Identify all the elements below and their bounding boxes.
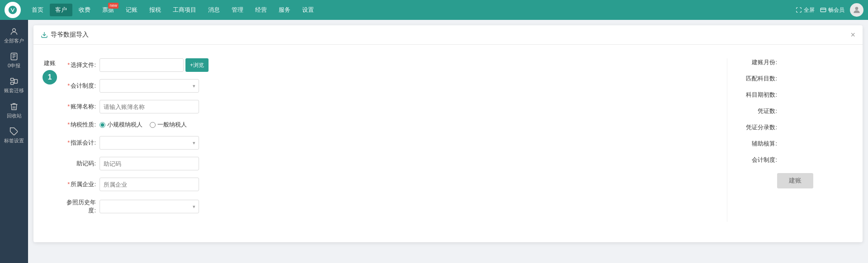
match-subjects-label: 匹配科目数: [736,75,777,83]
sidebar-label-transfer: 账套迁移 [4,88,24,94]
svg-rect-6 [14,80,18,83]
content-area: 导爷数据导入 × 建账 1 [28,20,868,263]
history-year-row: 参照历史年度: [64,198,718,215]
accountant-label: *指派会计: [64,139,96,147]
ledger-name-row: *账簿名称: [64,100,718,113]
file-label: *选择文件: [64,61,96,69]
nav-services[interactable]: 服务 [273,4,296,16]
accounting-system-row: *会计制度: [64,79,718,93]
sidebar-label-declare: 0申报 [8,63,20,69]
nav-items: 首页 客户 收费 票据 new 记账 报税 工商项目 消息 管理 经营 服务 设… [26,4,796,16]
file-input-group: +浏览 [100,58,199,72]
nav-home[interactable]: 首页 [26,4,49,16]
sidebar-label-all-clients: 全部客户 [4,38,24,44]
new-badge: new [108,3,119,9]
form-area: *选择文件: +浏览 *会计制度: [64,58,718,222]
tax-nature-row: *纳税性质: 小规模纳税人 一般纳税人 [64,121,718,129]
step-label: 建账 [44,59,56,67]
svg-rect-5 [11,82,14,85]
accounting-system-info-label: 会计制度: [736,156,777,164]
ledger-name-input[interactable] [100,100,199,113]
tax-nature-label: *纳税性质: [64,121,96,129]
sidebar-label-recycle: 回收站 [7,113,22,119]
svg-point-1 [855,7,859,10]
nav-tax[interactable]: 报税 [144,4,166,16]
ledger-name-control [100,100,199,113]
ledger-name-label: *账簿名称: [64,103,96,111]
initial-label: 科目期初数: [736,91,777,99]
company-control [100,178,199,191]
accounting-system-label: *会计制度: [64,82,96,90]
nav-messages[interactable]: 消息 [203,4,225,16]
app-logo[interactable] [5,2,21,18]
memo-input[interactable] [100,157,199,170]
accountant-select[interactable] [100,136,199,150]
nav-right: 全屏 畅会员 [796,3,863,17]
nav-business[interactable]: 工商项目 [167,4,202,16]
month-info-label: 建账月份: [736,58,777,66]
accountant-select-wrapper [100,136,199,150]
tax-general-radio-label[interactable]: 一般纳税人 [150,121,187,129]
voucher-label: 凭证数: [736,107,777,115]
tax-general-radio[interactable] [150,122,156,128]
auxiliary-label: 辅助核算: [736,140,777,148]
sidebar: 全部客户 0申报 账套迁移 回收站 [0,20,28,263]
initial-info-row: 科目期初数: [736,91,854,99]
month-info-row: 建账月份: [736,58,854,66]
memo-row: 助记码: [64,157,718,170]
tax-small-radio[interactable] [100,122,105,128]
step-section: 建账 1 [43,58,57,85]
nav-fees[interactable]: 收费 [73,4,96,16]
svg-rect-4 [11,79,14,81]
create-account-button[interactable]: 建账 [777,173,813,188]
nav-clients[interactable]: 客户 [50,4,72,16]
file-input[interactable] [100,58,184,72]
voucher-entries-info-row: 凭证分录数: [736,123,854,132]
dialog-title: 导爷数据导入 [51,31,89,39]
member-button[interactable]: 畅会员 [820,6,844,14]
sidebar-item-recycle[interactable]: 回收站 [0,99,28,122]
import-icon [41,31,48,38]
browse-button[interactable]: +浏览 [185,58,209,72]
close-button[interactable]: × [850,31,855,39]
match-subjects-info-row: 匹配科目数: [736,75,854,83]
step-circle: 1 [43,70,57,85]
voucher-entries-label: 凭证分录数: [736,123,777,132]
company-row: *所属企业: [64,178,718,191]
dialog-body: 建账 1 *选择文件: +浏览 [33,45,863,231]
nav-settings[interactable]: 设置 [297,4,319,16]
svg-point-2 [13,28,16,32]
memo-label: 助记码: [64,160,96,168]
sidebar-item-transfer[interactable]: 账套迁移 [0,73,28,97]
left-panel: 建账 1 *选择文件: +浏览 [43,58,718,222]
nav-invoices[interactable]: 票据 new [97,4,119,16]
memo-control [100,157,199,170]
sidebar-item-all-clients[interactable]: 全部客户 [0,23,28,47]
company-label: *所属企业: [64,180,96,188]
sidebar-item-tag[interactable]: 标签设置 [0,123,28,147]
file-row: *选择文件: +浏览 [64,58,718,72]
history-year-select-wrapper [100,200,199,213]
accounting-system-info-row: 会计制度: [736,156,854,164]
dialog-card: 导爷数据导入 × 建账 1 [33,25,863,242]
company-input[interactable] [100,178,199,191]
history-year-label: 参照历史年度: [64,198,96,215]
avatar[interactable] [850,3,863,17]
accounting-system-select[interactable] [100,79,199,93]
accounting-system-select-wrapper [100,79,199,93]
nav-operations[interactable]: 经营 [250,4,272,16]
nav-manage[interactable]: 管理 [226,4,249,16]
nav-bookkeeping[interactable]: 记账 [120,4,143,16]
member-label: 畅会员 [828,6,844,14]
sidebar-item-declare[interactable]: 0申报 [0,48,28,72]
fullscreen-button[interactable]: 全屏 [796,6,815,14]
svg-rect-3 [11,53,17,60]
svg-rect-0 [821,8,826,12]
history-year-select[interactable] [100,200,199,213]
tax-nature-group: 小规模纳税人 一般纳税人 [100,121,187,129]
auxiliary-info-row: 辅助核算: [736,140,854,148]
accountant-row: *指派会计: [64,136,718,150]
top-navigation: 首页 客户 收费 票据 new 记账 报税 工商项目 消息 管理 经营 服务 设… [0,0,868,20]
tax-small-radio-label[interactable]: 小规模纳税人 [100,121,142,129]
dialog-header-left: 导爷数据导入 [41,31,89,39]
